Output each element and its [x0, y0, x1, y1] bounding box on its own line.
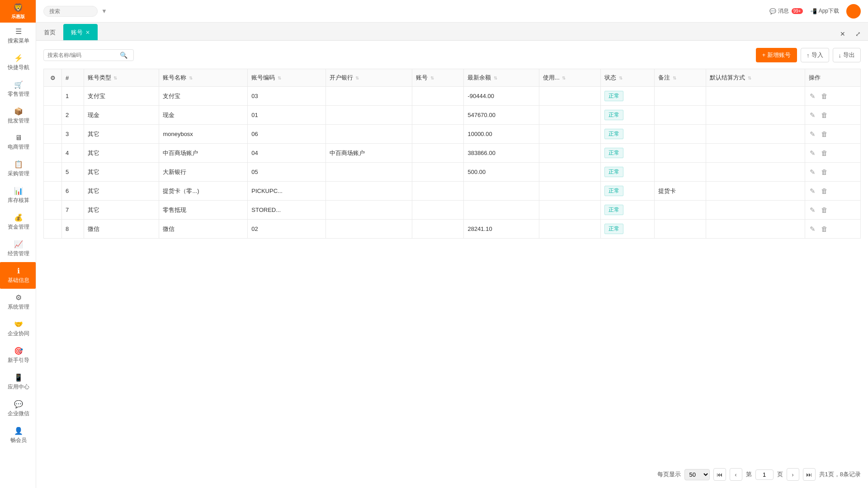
sidebar-item-retail[interactable]: 🛒 零售管理 [0, 76, 36, 103]
sidebar-item-label: 畅会员 [10, 436, 27, 444]
first-page-button[interactable]: ⏮ [713, 468, 726, 481]
delete-button[interactable]: 🗑 [820, 167, 829, 177]
topbar-search-input[interactable] [43, 6, 98, 17]
sidebar-item-guide[interactable]: 🎯 新手引导 [0, 342, 36, 369]
sidebar-item-wechat[interactable]: 💬 企业微信 [0, 395, 36, 422]
edit-button[interactable]: ✎ [809, 148, 816, 158]
col-account-name[interactable]: 账号名称 ⇅ [159, 69, 248, 87]
sidebar-item-quick-nav[interactable]: ⚡ 快捷导航 [0, 49, 36, 76]
row-opening-bank [326, 201, 412, 220]
inventory-icon: 📊 [14, 187, 23, 195]
delete-button[interactable]: 🗑 [820, 110, 829, 120]
edit-button[interactable]: ✎ [809, 186, 816, 196]
row-account-type: 其它 [84, 144, 159, 163]
col-account-type[interactable]: 账号类型 ⇅ [84, 69, 159, 87]
content-area: 🔍 + 新增账号 ↑ 导入 ↓ 导出 ⚙ # 账号类型 ⇅ [36, 41, 868, 488]
row-actions: ✎ 🗑 [805, 125, 860, 144]
row-note [654, 163, 706, 182]
prev-page-button[interactable]: ‹ [730, 468, 742, 481]
row-account-code: 05 [248, 163, 326, 182]
edit-button[interactable]: ✎ [809, 91, 816, 101]
next-page-button[interactable]: › [787, 468, 799, 481]
edit-button[interactable]: ✎ [809, 110, 816, 120]
delete-button[interactable]: 🗑 [820, 224, 829, 234]
tab-accounts-close[interactable]: ✕ [85, 29, 90, 36]
download-button[interactable]: 📲 App下载 [810, 7, 839, 15]
window-maximize-btn[interactable]: ⤢ [852, 28, 864, 40]
add-account-button[interactable]: + 新增账号 [756, 48, 797, 62]
tab-home[interactable]: 首页 [36, 24, 63, 40]
toolbar-right: + 新增账号 ↑ 导入 ↓ 导出 [756, 48, 861, 62]
col-opening-bank[interactable]: 开户银行 ⇅ [326, 69, 412, 87]
sidebar-item-system[interactable]: ⚙ 系统管理 [0, 289, 36, 315]
window-close-btn[interactable]: ✕ [836, 28, 849, 40]
import-button[interactable]: ↑ 导入 [801, 48, 829, 62]
sidebar-item-enterprise[interactable]: 🤝 企业协同 [0, 315, 36, 342]
sidebar-item-finance[interactable]: 💰 资金管理 [0, 209, 36, 235]
edit-button[interactable]: ✎ [809, 129, 816, 139]
col-usage[interactable]: 使用... ⇅ [539, 69, 601, 87]
download-label: App下载 [819, 7, 839, 15]
col-status[interactable]: 状态 ⇅ [600, 69, 654, 87]
delete-button[interactable]: 🗑 [820, 186, 829, 196]
tab-accounts[interactable]: 账号 ✕ [63, 24, 98, 40]
total-records: 共1页，8条记录 [819, 470, 861, 479]
logo-icon: 🦁 [13, 3, 23, 13]
row-opening-bank [326, 106, 412, 125]
col-account-no[interactable]: 账号 ⇅ [412, 69, 464, 87]
last-page-button[interactable]: ⏭ [803, 468, 816, 481]
col-account-code[interactable]: 账号编码 ⇅ [248, 69, 326, 87]
delete-button[interactable]: 🗑 [820, 129, 829, 139]
sidebar-item-operations[interactable]: 📈 经营管理 [0, 235, 36, 262]
row-status: 正常 [600, 144, 654, 163]
sidebar-item-app-center[interactable]: 📱 应用中心 [0, 369, 36, 395]
sidebar-item-search-menu[interactable]: ☰ 搜索菜单 [0, 23, 36, 49]
tab-accounts-label: 账号 [71, 28, 83, 37]
delete-button[interactable]: 🗑 [820, 148, 829, 158]
row-settings [44, 220, 62, 239]
row-actions: ✎ 🗑 [805, 220, 860, 239]
row-account-no [412, 182, 464, 201]
col-note[interactable]: 备注 ⇅ [654, 69, 706, 87]
basic-info-icon: ℹ [17, 267, 20, 275]
user-avatar[interactable] [846, 4, 861, 19]
row-opening-bank: 中百商场账户 [326, 144, 412, 163]
col-default-settlement[interactable]: 默认结算方式 ⇅ [706, 69, 805, 87]
row-actions: ✎ 🗑 [805, 144, 860, 163]
row-usage [539, 87, 601, 106]
edit-button[interactable]: ✎ [809, 224, 816, 234]
search-box[interactable]: 🔍 [43, 49, 134, 61]
row-account-name: 中百商场账户 [159, 144, 248, 163]
sidebar-item-ecommerce[interactable]: 🖥 电商管理 [0, 129, 36, 155]
sidebar-item-wholesale[interactable]: 📦 批发管理 [0, 103, 36, 129]
delete-button[interactable]: 🗑 [820, 205, 829, 215]
row-latest-balance [464, 182, 539, 201]
export-label: 导出 [843, 51, 855, 59]
search-icon[interactable]: 🔍 [120, 52, 127, 59]
messages-button[interactable]: 💬 消息 99+ [769, 7, 803, 15]
edit-button[interactable]: ✎ [809, 205, 816, 215]
page-input[interactable] [755, 469, 774, 480]
export-button[interactable]: ↓ 导出 [833, 48, 861, 62]
quick-nav-icon: ⚡ [14, 54, 23, 62]
edit-button[interactable]: ✎ [809, 167, 816, 177]
sidebar-item-label: 电商管理 [8, 143, 29, 151]
finance-icon: 💰 [14, 213, 23, 222]
sidebar-item-inventory[interactable]: 📊 库存核算 [0, 182, 36, 209]
col-latest-balance[interactable]: 最新余额 ⇅ [464, 69, 539, 87]
row-latest-balance: 10000.00 [464, 125, 539, 144]
sidebar: 🦁 乐惠版 ☰ 搜索菜单 ⚡ 快捷导航 🛒 零售管理 📦 批发管理 🖥 电商管理… [0, 0, 36, 488]
table-row: 1 支付宝 支付宝 03 -90444.00 正常 ✎ 🗑 [44, 87, 861, 106]
row-usage [539, 220, 601, 239]
page-size-select[interactable]: 50 100 200 [684, 469, 710, 480]
sidebar-item-purchase[interactable]: 📋 采购管理 [0, 155, 36, 182]
delete-button[interactable]: 🗑 [820, 91, 829, 101]
row-usage [539, 125, 601, 144]
row-account-type: 其它 [84, 182, 159, 201]
col-settings[interactable]: ⚙ [44, 69, 62, 87]
search-input[interactable] [47, 52, 120, 58]
sidebar-item-member[interactable]: 👤 畅会员 [0, 422, 36, 449]
sidebar-item-basic-info[interactable]: ℹ 基础信息 [0, 262, 36, 289]
topbar-dropdown-icon[interactable]: ▼ [101, 8, 107, 14]
row-account-code: 06 [248, 125, 326, 144]
